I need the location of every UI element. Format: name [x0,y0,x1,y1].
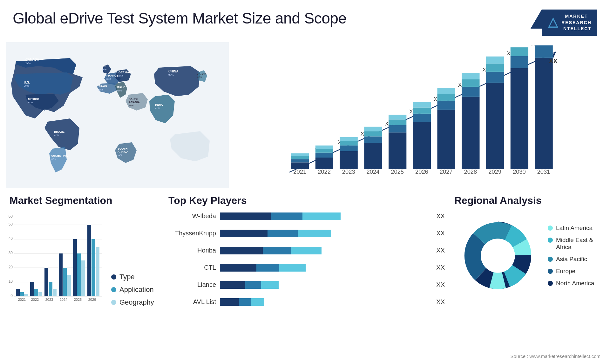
svg-text:2023: 2023 [342,168,355,175]
svg-rect-86 [486,72,504,83]
svg-rect-51 [340,141,358,145]
player-bar-horiba [220,246,430,256]
player-row-wibeda: W-Ibeda XX [165,211,445,221]
world-map: CANADA xx% U.S. xx% MEXICO xx% BRAZIL xx… [6,39,229,192]
svg-text:2022: 2022 [318,168,331,175]
player-bar-liance [220,280,430,290]
svg-text:xx%: xx% [102,68,106,71]
svg-rect-113 [16,289,20,296]
svg-text:xx%: xx% [28,101,33,104]
svg-text:xx%: xx% [25,62,31,65]
logo-icon [547,17,559,28]
svg-rect-76 [437,88,455,94]
svg-rect-150 [245,281,261,289]
svg-text:U.K.: U.K. [102,64,107,68]
application-dot [111,287,116,292]
svg-rect-87 [486,64,504,72]
svg-text:2021: 2021 [293,168,306,175]
player-name-wibeda: W-Ibeda [165,212,216,220]
player-bar-wibeda [220,211,430,221]
svg-rect-119 [38,292,42,296]
legend-type-label: Type [119,273,135,281]
svg-rect-127 [67,275,71,296]
svg-text:SOUTH: SOUTH [118,147,128,150]
svg-rect-80 [462,87,479,97]
svg-rect-96 [535,58,552,169]
svg-rect-74 [437,101,455,110]
svg-text:xx%: xx% [168,73,174,77]
svg-text:xx%: xx% [118,154,122,157]
svg-rect-52 [340,137,358,141]
svg-text:U.S.: U.S. [24,81,30,84]
map-section: CANADA xx% U.S. xx% MEXICO xx% BRAZIL xx… [6,39,229,192]
svg-text:2025: 2025 [391,168,404,175]
svg-rect-139 [302,212,341,220]
svg-rect-97 [535,45,552,58]
bar-chart-section: 2021 XX 2022 XX 2023 XX 2024 XX [229,39,604,192]
type-dot [111,274,116,280]
svg-rect-55 [364,143,382,169]
svg-text:CHINA: CHINA [168,70,179,73]
source-text: Source : www.marketresearchintellect.com [511,354,600,359]
legend-europe: Europe [548,268,604,275]
svg-rect-129 [73,239,77,296]
svg-rect-68 [413,114,431,122]
svg-rect-152 [220,298,239,306]
player-xx-thyssen: XX [436,230,445,237]
svg-rect-56 [364,136,382,143]
donut-chart [454,211,541,300]
svg-text:CANADA: CANADA [25,58,39,61]
svg-text:xx%: xx% [51,158,56,160]
svg-rect-126 [63,268,67,296]
svg-rect-145 [291,247,322,254]
legend-asia-pacific: Asia Pacific [548,256,604,263]
market-segmentation-section: Market Segmentation 0 10 20 30 40 50 60 [6,195,159,364]
svg-rect-92 [511,56,528,68]
svg-rect-148 [279,264,306,272]
player-bar-avl [220,297,430,307]
svg-text:xx%: xx% [197,76,202,78]
svg-rect-75 [437,94,455,100]
svg-text:AFRICA: AFRICA [118,150,128,153]
svg-text:2029: 2029 [488,168,501,175]
svg-rect-131 [81,260,85,296]
svg-text:SPAIN: SPAIN [98,85,107,88]
legend-geography-label: Geography [119,298,154,307]
source-attribution: Source : www.marketresearchintellect.com [511,354,600,359]
svg-text:xx%: xx% [119,74,123,77]
svg-rect-122 [49,282,52,296]
svg-rect-146 [220,264,256,272]
svg-rect-143 [220,247,263,254]
svg-rect-135 [96,247,99,296]
svg-rect-149 [220,281,245,289]
regional-analysis-section: Regional Analysis [451,195,604,364]
svg-text:2031: 2031 [537,168,550,175]
svg-rect-114 [20,292,24,296]
svg-rect-144 [263,247,291,254]
player-row-ctl: CTL XX [165,263,445,273]
svg-text:2030: 2030 [513,168,526,175]
player-name-avl: AVL List [165,298,216,306]
svg-rect-82 [462,73,479,79]
svg-rect-69 [413,107,431,113]
svg-rect-154 [251,298,264,306]
player-row-thyssen: ThyssenKrupp XX [165,228,445,239]
svg-text:xx%: xx% [129,104,133,107]
svg-text:50: 50 [9,222,13,226]
svg-text:2021: 2021 [18,298,26,301]
latin-america-dot [548,226,553,231]
svg-rect-70 [413,102,431,107]
svg-text:INDIA: INDIA [155,103,163,106]
svg-text:2023: 2023 [45,298,53,301]
svg-rect-121 [44,268,48,296]
svg-text:2024: 2024 [366,168,379,175]
player-xx-horiba: XX [436,247,445,254]
svg-text:0: 0 [10,293,13,298]
svg-rect-133 [87,225,91,296]
svg-text:2022: 2022 [31,298,39,301]
svg-rect-67 [413,122,431,169]
svg-rect-40 [291,153,309,156]
svg-text:xx%: xx% [155,107,160,110]
svg-point-160 [481,239,515,273]
player-bar-thyssen [220,228,430,239]
